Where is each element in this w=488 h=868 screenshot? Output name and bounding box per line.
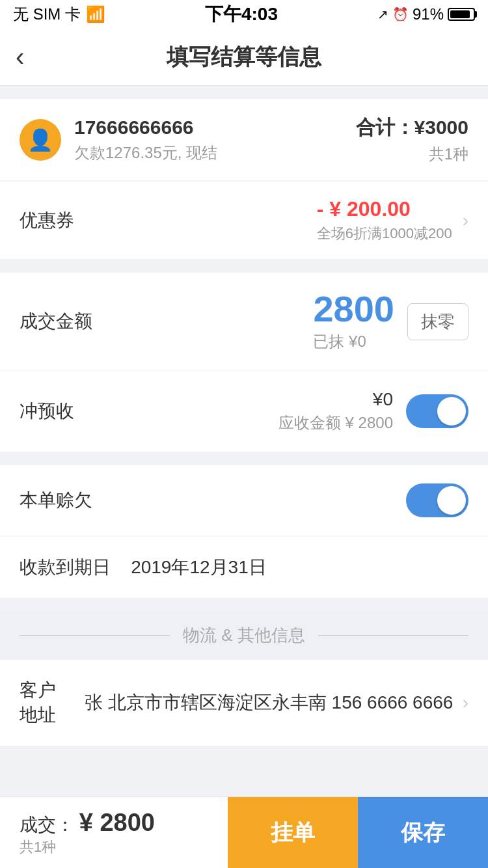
payment-date-row: 收款到期日 2019年12月31日 [0,536,488,598]
coupon-row[interactable]: 优惠券 - ¥ 200.00 全场6折满1000减200 › [0,182,488,260]
save-button[interactable]: 保存 [358,797,488,869]
customer-phone: 17666666666 [74,116,217,139]
chevron-right-icon: › [463,210,468,231]
hold-button[interactable]: 挂单 [228,797,358,869]
content-area: 👤 17666666666 欠款1276.35元, 现结 合计：¥3000 共1… [0,86,488,850]
address-label: 客户地址 [20,678,72,727]
divider-line-left [20,635,170,636]
alarm-icon: ⏰ [392,7,409,22]
coupon-info: - ¥ 200.00 全场6折满1000减200 [317,197,452,243]
wifi-icon: 📶 [86,5,105,23]
carrier-label: 无 SIM 卡 [13,4,81,25]
credit-note-section: 本单赊欠 收款到期日 2019年12月31日 [0,465,488,598]
transaction-section: 成交金额 2800 已抹 ¥0 抹零 冲预收 ¥0 应收金额 ¥ 2800 [0,273,488,452]
divider-line-right [318,635,468,636]
transaction-amount: 2800 [313,291,394,327]
address-chevron-icon: › [463,692,468,713]
amount-section: 2800 已抹 ¥0 抹零 [313,291,468,352]
battery-percentage: 91% [413,5,444,23]
address-content: 张 北京市市辖区海淀区永丰南 156 6666 6666 [85,690,463,715]
customer-right: 合计：¥3000 共1种 [356,115,468,165]
section-divider-2 [0,452,488,465]
section-divider-1 [0,260,488,273]
prepay-amount: ¥0 [278,389,393,410]
prepayment-label: 冲预收 [20,399,74,424]
section-divider-3 [0,598,488,611]
coupon-desc: 全场6折满1000减200 [317,224,452,243]
bottom-deal-label: 成交： [20,815,74,835]
prepay-wrapper: ¥0 应收金额 ¥ 2800 [278,389,468,433]
customer-left: 👤 17666666666 欠款1276.35元, 现结 [20,116,217,163]
transaction-row: 成交金额 2800 已抹 ¥0 抹零 [0,273,488,371]
payment-date-value: 2019年12月31日 [131,557,267,577]
credit-note-row: 本单赊欠 [0,465,488,536]
status-right: ↗ ⏰ 91% [377,5,475,23]
transaction-label: 成交金额 [20,309,92,334]
page-title: 填写结算等信息 [167,42,321,72]
location-icon: ↗ [377,7,388,22]
prepayment-toggle[interactable] [406,394,468,428]
bottom-deal-row: 成交： ¥ 2800 [20,809,208,837]
status-left: 无 SIM 卡 📶 [13,4,105,25]
coupon-discount: - ¥ 200.00 [317,197,452,221]
bottom-bar: 成交： ¥ 2800 共1种 挂单 保存 [0,796,488,868]
payment-date-label: 收款到期日 2019年12月31日 [20,557,267,577]
amount-wrapper: 2800 已抹 ¥0 [313,291,394,352]
avatar: 👤 [20,119,61,161]
toggle-knob [437,397,466,426]
credit-note-label: 本单赊欠 [20,488,92,513]
coupon-label: 优惠券 [20,208,74,233]
toggle-knob-2 [437,486,466,515]
customer-info: 17666666666 欠款1276.35元, 现结 [74,116,217,163]
prepay-info: ¥0 应收金额 ¥ 2800 [278,389,393,433]
total-count: 共1种 [356,144,468,165]
address-row[interactable]: 客户地址 张 北京市市辖区海淀区永丰南 156 6666 6666 › [0,660,488,746]
credit-note-toggle[interactable] [406,483,468,517]
bottom-deal-amount: ¥ 2800 [79,809,155,836]
section-divider-4 [0,746,488,772]
status-bar: 无 SIM 卡 📶 下午4:03 ↗ ⏰ 91% [0,0,488,29]
battery-icon [448,8,475,21]
logistics-divider: 物流 & 其他信息 [0,611,488,660]
transaction-sub: 已抹 ¥0 [313,331,394,352]
coupon-right: - ¥ 200.00 全场6折满1000减200 › [317,197,468,243]
customer-card: 👤 17666666666 欠款1276.35元, 现结 合计：¥3000 共1… [0,99,488,180]
status-time: 下午4:03 [205,2,278,27]
bottom-summary: 成交： ¥ 2800 共1种 [0,809,228,857]
nav-bar: ‹ 填写结算等信息 [0,29,488,86]
prepayment-row: 冲预收 ¥0 应收金额 ¥ 2800 [0,371,488,452]
total-amount: 合计：¥3000 [356,115,468,141]
bottom-count: 共1种 [20,837,208,857]
round-button[interactable]: 抹零 [407,303,468,340]
prepay-sub: 应收金额 ¥ 2800 [278,413,393,433]
back-button[interactable]: ‹ [16,42,24,72]
date-label-text: 收款到期日 [20,557,111,577]
logistics-text: 物流 & 其他信息 [183,624,305,647]
customer-debt: 欠款1276.35元, 现结 [74,142,217,163]
